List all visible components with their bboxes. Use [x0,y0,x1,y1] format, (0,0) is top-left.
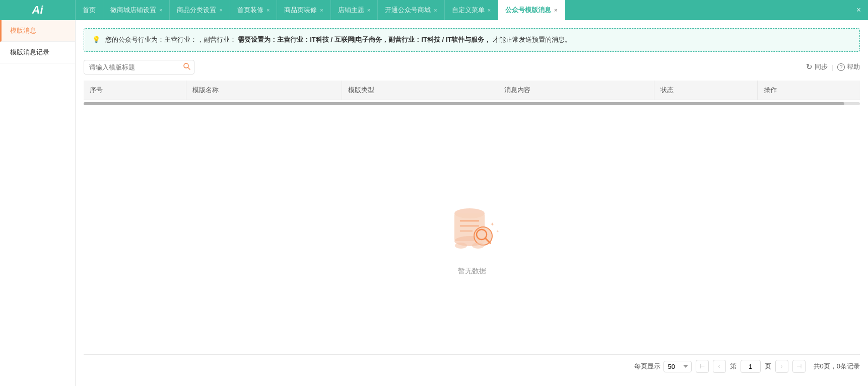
tab-item-5[interactable]: 店铺主题 × [331,0,378,20]
notice-suffix: 才能正常发送预置的消息。 [493,36,571,43]
page-number-input[interactable] [741,360,761,373]
tab-close-3[interactable]: × [266,7,270,13]
sync-button[interactable]: ↻ 同步 [806,62,828,71]
svg-text:✦: ✦ [490,221,494,227]
svg-point-14 [472,243,484,249]
notice-box: 💡 您的公众号行业为：主营行业：，副营行业： 需要设置为：主营行业：IT科技 /… [84,28,860,52]
col-header-status: 状态 [654,81,758,100]
tab-close-4[interactable]: × [320,7,323,13]
page-label-post: 页 [765,362,771,371]
tab-label-8: 公众号模版消息 [505,6,551,15]
svg-text:✦: ✦ [496,229,499,233]
tab-item-2[interactable]: 商品分类设置 × [170,0,230,20]
page-label-pre: 第 [730,362,737,371]
search-icon [183,63,190,70]
first-page-button[interactable]: ⊢ [696,360,709,373]
data-table: 序号模版名称模版类型消息内容状态操作 [84,81,860,100]
help-button[interactable]: ? 帮助 [837,62,860,71]
next-page-button[interactable]: › [775,360,788,373]
tab-item-4[interactable]: 商品页装修 × [277,0,330,20]
sidebar: 模版消息模版消息记录 [0,20,76,386]
sync-icon: ↻ [806,62,813,71]
col-header-type: 模版类型 [342,81,498,100]
tab-item-1[interactable]: 微商城店铺设置 × [103,0,170,20]
tab-label-4: 商品页装修 [284,6,317,15]
col-header-action: 操作 [758,81,860,100]
prev-page-button[interactable]: ‹ [713,360,726,373]
scrollbar-track[interactable] [84,102,860,105]
tab-label-5: 店铺主题 [338,6,364,15]
tab-item-0[interactable]: 首页 [76,0,103,20]
svg-line-1 [188,67,190,69]
toolbar-right: ↻ 同步 | ? 帮助 [806,62,860,71]
empty-illustration: ✦ ✦ [442,198,502,259]
notice-highlight: 需要设置为：主营行业：IT科技 / 互联网|电子商务，副营行业：IT科技 / I… [238,36,491,43]
notice-icon: 💡 [92,36,100,43]
empty-state: ✦ ✦ 暂无数据 [84,110,860,354]
pagination-area: 每页显示 10 20 50 100 ⊢ ‹ 第 页 › ⊣ 共0页，0条记录 [84,354,860,378]
per-page-label: 每页显示 [634,362,660,371]
global-close-button[interactable]: × [849,0,868,20]
col-header-name: 模版名称 [186,81,342,100]
tab-close-2[interactable]: × [219,7,222,13]
logo: Ai [0,0,76,20]
search-bar: ↻ 同步 | ? 帮助 [84,60,860,74]
col-header-index: 序号 [84,81,186,100]
tab-label-3: 首页装修 [237,6,263,15]
tab-close-6[interactable]: × [434,7,437,13]
sidebar-item-0[interactable]: 模版消息 [0,20,75,42]
tab-close-7[interactable]: × [488,7,491,13]
tab-label-7: 自定义菜单 [452,6,485,15]
tab-label-0: 首页 [83,6,96,15]
help-label: 帮助 [847,62,860,71]
tab-label-2: 商品分类设置 [177,6,216,15]
scrollbar-thumb [84,102,844,105]
tab-close-1[interactable]: × [159,7,162,13]
page-size-dropdown[interactable]: 10 20 50 100 [663,361,692,372]
tab-close-8[interactable]: × [554,7,557,13]
svg-point-13 [455,243,467,249]
sync-label: 同步 [815,62,828,71]
search-input-wrap [84,60,194,74]
page-size-selector: 每页显示 10 20 50 100 [634,361,692,372]
content-area: 💡 您的公众号行业为：主营行业：，副营行业： 需要设置为：主营行业：IT科技 /… [76,20,868,386]
notice-prefix: 您的公众号行业为：主营行业：，副营行业： [105,36,236,43]
total-info: 共0页，0条记录 [814,362,860,371]
tab-item-6[interactable]: 开通公众号商城 × [378,0,444,20]
tab-item-8[interactable]: 公众号模版消息 × [498,0,565,20]
tab-label-6: 开通公众号商城 [385,6,431,15]
empty-text: 暂无数据 [458,267,486,276]
col-header-content: 消息内容 [498,81,654,100]
help-icon: ? [837,63,845,71]
tab-label-1: 微商城店铺设置 [110,6,156,15]
toolbar-divider: | [832,63,833,71]
tab-item-3[interactable]: 首页装修 × [230,0,277,20]
tab-close-5[interactable]: × [367,7,370,13]
last-page-button[interactable]: ⊣ [792,360,806,373]
search-button[interactable] [183,63,190,71]
tab-item-7[interactable]: 自定义菜单 × [445,0,498,20]
sidebar-item-1[interactable]: 模版消息记录 [0,42,75,63]
search-input[interactable] [84,60,194,74]
